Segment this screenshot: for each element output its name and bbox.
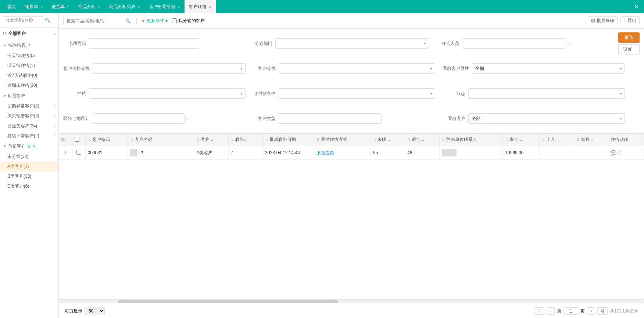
sidebar-item-7day-pending[interactable]: 近7天待联络(0) bbox=[0, 71, 58, 81]
sidebar-item-churn-warning[interactable]: 流失预警客户(3) ? bbox=[0, 111, 58, 121]
sidebar-collapse-button[interactable]: ‹ bbox=[54, 31, 56, 36]
chat-action-icon[interactable]: 💬 bbox=[611, 150, 616, 156]
status-select[interactable] bbox=[468, 88, 625, 99]
col-overdue-sort-icon[interactable]: ⇅ bbox=[407, 138, 410, 142]
sidebar-group-value-customers[interactable]: ▼ 价值客户 ↻ ✎ bbox=[0, 141, 58, 152]
sidebar-item-repurchase-abnormal[interactable]: 回购异常客户(2) ? bbox=[0, 101, 58, 111]
nav-sales-order[interactable]: 销售单 × bbox=[21, 0, 47, 13]
col-contact-sort-icon[interactable]: ⇅ bbox=[231, 138, 234, 142]
sidebar-item-continuous-decline[interactable]: 持续下滑客户(2) ? bbox=[0, 131, 58, 141]
nature-select[interactable] bbox=[89, 88, 246, 99]
customer-table: ⚙ ⇅ 客户编码 ⇅ bbox=[59, 134, 644, 160]
sidebar-group-problem-customers[interactable]: ▼ 问题客户 bbox=[0, 91, 58, 101]
nav-purchase-order-close[interactable]: × bbox=[67, 4, 69, 9]
nav-home[interactable]: 首页 bbox=[3, 0, 21, 13]
col-customer-name-sort-icon[interactable]: ⇅ bbox=[130, 138, 133, 142]
page-size-select[interactable]: 10 20 50 100 bbox=[85, 307, 105, 315]
row-last-month-cell bbox=[540, 146, 574, 160]
col-last-date-sort-icon[interactable]: ⇅ bbox=[265, 138, 268, 142]
sidebar-item-ungrouped[interactable]: 未分组(32) bbox=[0, 152, 58, 162]
sidebar-item-a-class[interactable]: A类客户(1) bbox=[0, 162, 58, 172]
window-close-button[interactable]: × bbox=[632, 3, 641, 10]
sidebar-item-tomorrow-pending[interactable]: 明天待联络(1) bbox=[0, 61, 58, 71]
retail-attr-select[interactable]: 全部 是 否 bbox=[472, 63, 625, 74]
my-customer-checkbox-label[interactable]: 我分管的客户 bbox=[172, 18, 205, 24]
nav-customer-contact-close[interactable]: × bbox=[209, 4, 211, 9]
col-contact-count: ⇅ 联络... bbox=[228, 134, 262, 146]
scrollbar-thumb[interactable] bbox=[118, 300, 338, 303]
person-more-button[interactable]: ··· bbox=[565, 41, 572, 46]
nav-customer-segment-close[interactable]: × bbox=[178, 4, 180, 9]
last-page-button[interactable]: ›∥ bbox=[597, 307, 608, 315]
nav-sales-order-close[interactable]: × bbox=[40, 4, 43, 9]
my-customer-checkbox[interactable] bbox=[172, 18, 177, 23]
filter-price-level-field: 客户价格等级 ▾ bbox=[63, 63, 246, 74]
nav-purchase-order[interactable]: 进货单 × bbox=[47, 0, 74, 13]
col-this-year-sort-icon[interactable]: ⇅ bbox=[505, 138, 508, 142]
region-input[interactable] bbox=[93, 113, 185, 124]
sidebar-item-churned[interactable]: 已流失客户(24) ? bbox=[0, 121, 58, 131]
region-more-button[interactable]: ··· bbox=[185, 116, 191, 121]
nav-customer-segment[interactable]: 客户分层经营 × bbox=[145, 0, 185, 13]
pending-contact-arrow: ▼ bbox=[3, 43, 7, 47]
export-button[interactable]: ↑ 导出 bbox=[620, 16, 640, 25]
nav-product-analysis-list-close[interactable]: × bbox=[138, 4, 140, 9]
sidebar-item-overdue-no-contact[interactable]: 逾期未联络(30) bbox=[0, 81, 58, 91]
col-unit-sort-icon[interactable]: ⇅ bbox=[442, 138, 445, 142]
main-layout: 🔍 ⁝⁝ 全部客户 ‹ ▼ 待联络客户 今天待联络(0) 明天待联络(1) 近7… bbox=[0, 13, 644, 318]
customer-type-input[interactable] bbox=[279, 113, 382, 124]
sidebar-group-pending-contact[interactable]: ▼ 待联络客户 bbox=[0, 40, 58, 51]
sidebar-item-today-pending[interactable]: 今天待联络(0) bbox=[0, 51, 58, 61]
phone-input[interactable] bbox=[89, 38, 199, 49]
row-category-cell: A类客户 bbox=[194, 146, 228, 160]
col-not-contacted-sort-icon[interactable]: ⇅ bbox=[373, 138, 376, 142]
batch-operations-button[interactable]: ☑ 批量操作 bbox=[588, 16, 618, 25]
row-actions-cell: 💬 ⁝⁝ bbox=[608, 146, 644, 160]
nav-customer-contact[interactable]: 客户联络 × bbox=[185, 0, 215, 13]
table-settings-icon[interactable]: ⚙ bbox=[61, 137, 65, 142]
row-this-year-cell: 10995.00 bbox=[503, 146, 540, 160]
setting-button[interactable]: 设置 bbox=[618, 44, 640, 54]
price-level-select[interactable] bbox=[93, 63, 246, 74]
row-select-checkbox[interactable] bbox=[76, 150, 81, 155]
prev-page-button[interactable]: ‹ bbox=[547, 307, 555, 315]
more-conditions-button[interactable]: ▼ 更多条件 ▾ bbox=[141, 18, 168, 24]
top-actions-area: ☑ 批量操作 ↑ 导出 bbox=[588, 16, 640, 25]
next-page-button[interactable]: › bbox=[587, 307, 595, 315]
retail-attr-label: 零散客户属性 bbox=[443, 66, 472, 72]
sidebar-item-b-class[interactable]: B类客户(33) bbox=[0, 172, 58, 181]
sidebar: 🔍 ⁝⁝ 全部客户 ‹ ▼ 待联络客户 今天待联络(0) 明天待联络(1) 近7… bbox=[0, 13, 59, 318]
main-search-icon[interactable]: 🔍 bbox=[125, 18, 131, 24]
main-search-input[interactable] bbox=[67, 18, 125, 24]
nav-product-analysis-list[interactable]: 商品分析列表 × bbox=[105, 0, 144, 13]
page-number-input[interactable] bbox=[564, 307, 578, 315]
nav-product-analysis-close[interactable]: × bbox=[98, 4, 100, 9]
category-search-icon[interactable]: 🔍 bbox=[45, 18, 50, 23]
nav-product-analysis[interactable]: 商品分析 × bbox=[74, 0, 105, 13]
row-this-month-cell bbox=[574, 146, 608, 160]
edit-value-group-icon[interactable]: ✎ bbox=[32, 144, 36, 149]
customer-level-select[interactable] bbox=[279, 63, 435, 74]
grid-action-icon[interactable]: ⁝⁝ bbox=[619, 150, 622, 156]
filter-retail-attr-field: 零散客户属性 全部 是 否 ▾ bbox=[443, 63, 625, 74]
category-search-input[interactable] bbox=[3, 16, 43, 24]
col-category-sort-icon[interactable]: ⇅ bbox=[196, 138, 199, 142]
dept-select[interactable] bbox=[275, 38, 429, 49]
first-page-button[interactable]: ∥‹ bbox=[534, 307, 544, 315]
person-input[interactable] bbox=[462, 38, 565, 49]
sidebar-item-c-class[interactable]: C类客户(6) bbox=[0, 181, 58, 191]
retail-customer-select[interactable]: 全部 是 否 bbox=[468, 113, 625, 124]
sidebar-all-customers-header[interactable]: ⁝⁝ 全部客户 ‹ bbox=[0, 28, 58, 40]
col-customer-code-sort-icon[interactable]: ⇅ bbox=[88, 138, 91, 142]
query-button[interactable]: 查询 bbox=[618, 32, 640, 43]
col-this-month: ⇅ 本月... bbox=[574, 134, 608, 146]
refresh-icon[interactable]: ↻ bbox=[27, 144, 31, 149]
col-method-sort-icon[interactable]: ⇅ bbox=[316, 138, 319, 142]
row-method-cell[interactable]: 下销货单 bbox=[314, 146, 371, 160]
select-all-checkbox[interactable] bbox=[75, 137, 79, 142]
col-last-contact-date: ⇅ 最后联络日期 bbox=[263, 134, 314, 146]
nature-label: 性质 bbox=[63, 91, 89, 97]
payment-select[interactable] bbox=[279, 88, 435, 99]
col-this-month-sort-icon[interactable]: ⇅ bbox=[576, 138, 579, 142]
col-last-month-sort-icon[interactable]: ⇅ bbox=[542, 138, 545, 142]
